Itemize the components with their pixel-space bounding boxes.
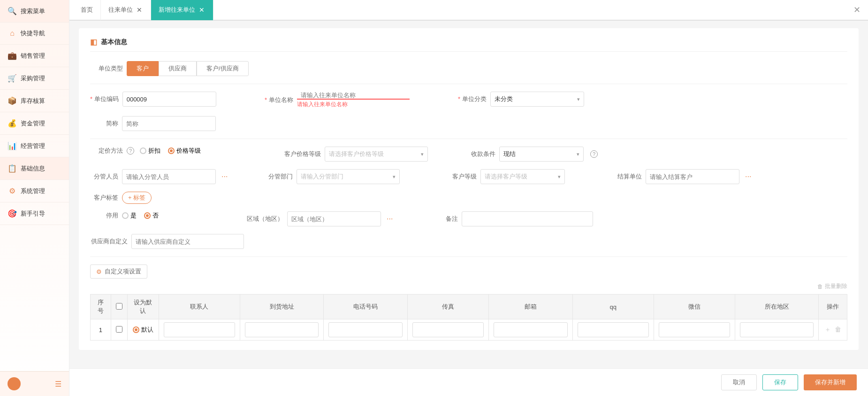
row-qq-input[interactable] bbox=[578, 322, 649, 337]
tab-new-partner-close[interactable]: ✕ bbox=[198, 7, 206, 13]
settlement-unit-field: 结算单位 ··· bbox=[614, 169, 773, 184]
radio-price-level[interactable]: 价格等级 bbox=[168, 147, 201, 155]
batch-delete-button[interactable]: 🗑 批量删除 bbox=[817, 282, 847, 290]
region-input[interactable] bbox=[287, 211, 381, 226]
short-name-input[interactable] bbox=[122, 116, 216, 131]
short-name-row: 简称 bbox=[90, 116, 847, 131]
sidebar-item-finance[interactable]: 💰 资金管理 bbox=[0, 112, 69, 135]
tab-bar: 首页 往来单位 ✕ 新增往来单位 ✕ ✕ bbox=[69, 0, 868, 21]
pricing-row: 定价方法 ? 折扣 价格等级 客户价格等级 bbox=[90, 147, 847, 162]
save-button[interactable]: 保存 bbox=[762, 374, 798, 390]
region-dots-button[interactable]: ··· bbox=[385, 215, 395, 223]
remark-input[interactable] bbox=[462, 211, 593, 226]
department-placeholder: 请输入分管部门 bbox=[301, 172, 343, 181]
unit-category-select[interactable]: 未分类 ▾ bbox=[490, 92, 584, 107]
settlement-unit-dots-button[interactable]: ··· bbox=[743, 172, 753, 181]
row-delete-icon[interactable]: 🗑 bbox=[834, 326, 842, 333]
cell-address bbox=[240, 319, 324, 341]
customer-price-level-select[interactable]: 请选择客户价格等级 ▾ bbox=[325, 147, 428, 162]
tab-home[interactable]: 首页 bbox=[73, 0, 101, 20]
department-select[interactable]: 请输入分管部门 ▾ bbox=[297, 169, 400, 184]
col-fax: 传真 bbox=[407, 295, 488, 319]
cell-action: ＋ 🗑 bbox=[819, 319, 847, 341]
pricing-method-help-icon[interactable]: ? bbox=[127, 147, 134, 155]
type-btn-supplier[interactable]: 供应商 bbox=[159, 61, 197, 76]
payment-terms-arrow-icon: ▾ bbox=[577, 151, 579, 157]
type-btn-customer[interactable]: 客户 bbox=[127, 61, 159, 76]
sidebar-item-quick-nav[interactable]: ⌂ 快捷导航 bbox=[0, 23, 69, 45]
save-and-add-button[interactable]: 保存并新增 bbox=[804, 374, 857, 390]
payment-terms-field: 收款条件 现结 ▾ ? bbox=[467, 147, 627, 162]
select-all-checkbox[interactable] bbox=[116, 303, 122, 310]
add-tag-button[interactable]: + 标签 bbox=[122, 192, 152, 204]
cancel-button[interactable]: 取消 bbox=[721, 374, 757, 390]
customer-level-placeholder: 请选择客户等级 bbox=[485, 172, 527, 181]
sidebar-item-sales[interactable]: 💼 销售管理 bbox=[0, 45, 69, 67]
department-field: 分管部门 请输入分管部门 ▾ bbox=[265, 169, 434, 184]
row-add-icon[interactable]: ＋ bbox=[823, 326, 832, 333]
customer-price-level-field: 客户价格等级 请选择客户价格等级 ▾ bbox=[283, 147, 452, 162]
department-label: 分管部门 bbox=[265, 172, 293, 181]
col-region: 所在地区 bbox=[735, 295, 819, 319]
radio-disable-yes[interactable]: 是 bbox=[122, 211, 137, 220]
sidebar-item-purchase[interactable]: 🛒 采购管理 bbox=[0, 67, 69, 90]
sidebar-item-operations[interactable]: 📊 经营管理 bbox=[0, 135, 69, 157]
sidebar-item-inventory[interactable]: 📦 库存核算 bbox=[0, 90, 69, 112]
sidebar-item-system[interactable]: ⚙ 系统管理 bbox=[0, 180, 69, 202]
row-phone-input[interactable] bbox=[328, 322, 403, 337]
supplier-custom-input[interactable] bbox=[131, 234, 244, 249]
unit-category-label: 单位分类 bbox=[458, 95, 487, 103]
manager-dots-button[interactable]: ··· bbox=[220, 172, 229, 181]
search-icon: 🔍 bbox=[8, 7, 17, 16]
row-default-radio[interactable]: 默认 bbox=[132, 326, 154, 334]
settlement-unit-input[interactable] bbox=[646, 169, 739, 184]
window-close-icon[interactable]: ✕ bbox=[850, 5, 864, 15]
customer-level-arrow-icon: ▾ bbox=[558, 174, 561, 180]
basic-info-icon: 📋 bbox=[8, 164, 17, 173]
sidebar: 🔍 搜索菜单 ⌂ 快捷导航 💼 销售管理 🛒 采购管理 📦 库存核算 💰 资金管… bbox=[0, 0, 69, 396]
payment-terms-help-icon[interactable]: ? bbox=[590, 150, 598, 158]
payment-terms-value: 现结 bbox=[503, 150, 516, 158]
manager-row: 分管人员 ··· 分管部门 请输入分管部门 ▾ 客户等级 请选择客户等级 bbox=[90, 169, 847, 184]
row-contact-input[interactable] bbox=[164, 322, 235, 337]
sales-icon: 💼 bbox=[8, 51, 17, 60]
unit-name-input-wrap: 请输入往来单位名称 bbox=[297, 92, 443, 109]
row-fax-input[interactable] bbox=[412, 322, 484, 337]
sidebar-item-search[interactable]: 🔍 搜索菜单 bbox=[0, 0, 69, 23]
unit-name-input[interactable] bbox=[297, 92, 410, 100]
type-btn-both[interactable]: 客户/供应商 bbox=[197, 61, 249, 76]
row-wechat-input[interactable] bbox=[659, 322, 730, 337]
gear-icon: ⚙ bbox=[96, 268, 102, 275]
sidebar-item-guide[interactable]: 🎯 新手引导 bbox=[0, 202, 69, 225]
custom-settings-button[interactable]: ⚙ 自定义项设置 bbox=[90, 264, 147, 279]
section-title: ◧ 基本信息 bbox=[90, 38, 847, 52]
unit-name-field: 单位名称 请输入往来单位名称 bbox=[265, 92, 443, 109]
supplier-custom-field: 供应商自定义 bbox=[90, 234, 268, 249]
manager-input[interactable] bbox=[122, 169, 216, 184]
menu-toggle-icon[interactable]: ☰ bbox=[55, 380, 61, 388]
unit-type-field: 单位类型 客户 供应商 客户/供应商 bbox=[90, 61, 847, 76]
unit-type-row: 单位类型 客户 供应商 客户/供应商 bbox=[90, 61, 847, 76]
radio-disable-no[interactable]: 否 bbox=[144, 211, 159, 220]
row-region-input[interactable] bbox=[740, 322, 814, 337]
row-checkbox[interactable] bbox=[116, 326, 122, 333]
disable-field: 停用 是 否 bbox=[90, 211, 231, 220]
customer-level-select[interactable]: 请选择客户等级 ▾ bbox=[480, 169, 565, 184]
contacts-table-wrapper: 序号 设为默认 联系人 到货地址 电话号码 传真 邮箱 qq 微信 所在地区 操… bbox=[90, 294, 847, 341]
radio-discount[interactable]: 折扣 bbox=[140, 147, 160, 155]
short-name-label: 简称 bbox=[90, 119, 118, 128]
unit-code-input[interactable] bbox=[122, 92, 216, 107]
cell-phone bbox=[324, 319, 408, 341]
tab-partner-close[interactable]: ✕ bbox=[136, 7, 143, 13]
payment-terms-select[interactable]: 现结 ▾ bbox=[499, 147, 584, 162]
radio-discount-label: 折扣 bbox=[148, 147, 160, 155]
manager-field: 分管人员 ··· bbox=[90, 169, 250, 184]
radio-disable-no-label: 否 bbox=[152, 211, 159, 220]
row-address-input[interactable] bbox=[245, 322, 319, 337]
tab-new-partner[interactable]: 新增往来单位 ✕ bbox=[151, 0, 213, 20]
tags-row: 客户标签 + 标签 bbox=[90, 192, 847, 204]
tab-partner[interactable]: 往来单位 ✕ bbox=[101, 0, 151, 20]
main-area: 首页 往来单位 ✕ 新增往来单位 ✕ ✕ ◧ 基本信息 单位类型 客户 bbox=[69, 0, 868, 396]
row-email-input[interactable] bbox=[494, 322, 568, 337]
sidebar-item-basic-info[interactable]: 📋 基础信息 bbox=[0, 157, 69, 180]
